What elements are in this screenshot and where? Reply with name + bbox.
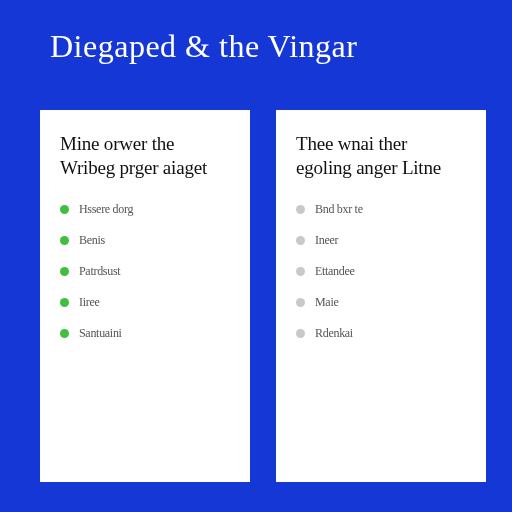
item-label: Iiree <box>79 295 99 310</box>
bullet-icon <box>60 236 69 245</box>
page-title: Diegaped & the Vingar <box>50 28 482 65</box>
bullet-icon <box>60 298 69 307</box>
list-item: Patrdsust <box>60 264 230 279</box>
item-label: Patrdsust <box>79 264 120 279</box>
item-label: Ettandee <box>315 264 355 279</box>
list-item: Benis <box>60 233 230 248</box>
list-item: Santuaini <box>60 326 230 341</box>
list-item: Maie <box>296 295 466 310</box>
card-heading: Mine orwer the Wribeg prger aiaget <box>60 132 230 180</box>
card-heading: Thee wnai ther egoling anger Litne <box>296 132 466 180</box>
bullet-icon <box>296 205 305 214</box>
item-label: Santuaini <box>79 326 122 341</box>
list-item: Ineer <box>296 233 466 248</box>
item-label: Maie <box>315 295 338 310</box>
item-list: Bnd bxr te Ineer Ettandee Maie Rdenkai <box>296 202 466 341</box>
item-label: Hssere dorg <box>79 202 133 217</box>
card-row: Mine orwer the Wribeg prger aiaget Hsser… <box>40 110 486 482</box>
item-label: Benis <box>79 233 105 248</box>
list-item: Bnd bxr te <box>296 202 466 217</box>
list-item: Iiree <box>60 295 230 310</box>
item-label: Ineer <box>315 233 338 248</box>
list-item: Hssere dorg <box>60 202 230 217</box>
card-left: Mine orwer the Wribeg prger aiaget Hsser… <box>40 110 250 482</box>
card-right: Thee wnai ther egoling anger Litne Bnd b… <box>276 110 486 482</box>
item-label: Bnd bxr te <box>315 202 363 217</box>
list-item: Ettandee <box>296 264 466 279</box>
bullet-icon <box>60 267 69 276</box>
bullet-icon <box>296 236 305 245</box>
bullet-icon <box>60 329 69 338</box>
item-label: Rdenkai <box>315 326 353 341</box>
bullet-icon <box>296 267 305 276</box>
bullet-icon <box>296 298 305 307</box>
bullet-icon <box>296 329 305 338</box>
bullet-icon <box>60 205 69 214</box>
item-list: Hssere dorg Benis Patrdsust Iiree Santua… <box>60 202 230 341</box>
list-item: Rdenkai <box>296 326 466 341</box>
